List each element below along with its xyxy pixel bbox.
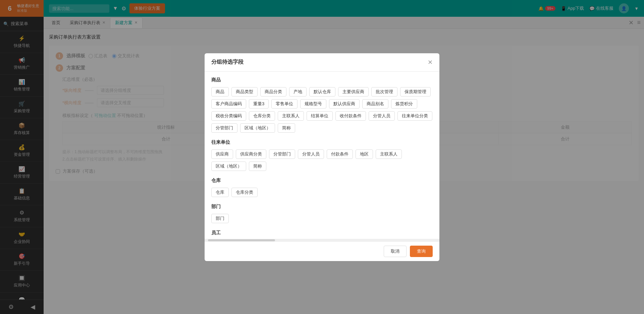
field-tag[interactable]: 收付款条件 bbox=[335, 111, 366, 121]
field-tag[interactable]: 仓库分类 bbox=[231, 188, 258, 197]
field-tag[interactable]: 默认仓库 bbox=[309, 87, 335, 97]
page-content: 采购订单执行表方案设置 1 选择模板 汇总表 交叉统计表 bbox=[44, 29, 644, 314]
field-tag[interactable]: 地区 bbox=[356, 149, 373, 159]
field-tag[interactable]: 往来单位分类 bbox=[397, 111, 432, 121]
field-group-goods: 商品 商品 商品类型 商品分类 产地 默认仓库 主要供应商 批次管理 保质期管理 bbox=[211, 77, 433, 133]
field-tag[interactable]: 结算单位 bbox=[307, 111, 333, 121]
modal-body[interactable]: 商品 商品 商品类型 商品分类 产地 默认仓库 主要供应商 批次管理 保质期管理 bbox=[205, 72, 439, 239]
field-tags-department: 部门 bbox=[211, 214, 433, 223]
field-tag[interactable]: 商品别名 bbox=[362, 99, 388, 109]
field-tag[interactable]: 分管部门 bbox=[211, 123, 237, 133]
modal: 分组待选字段 ✕ 商品 商品 商品类型 商品分类 产地 默认仓 bbox=[205, 53, 439, 261]
field-tag[interactable]: 产地 bbox=[289, 87, 307, 97]
field-group-department: 部门 部门 bbox=[211, 204, 433, 223]
field-tag[interactable]: 批次管理 bbox=[371, 87, 397, 97]
group-title-partner: 往来单位 bbox=[211, 139, 433, 145]
field-tag[interactable]: 税收分类编码 bbox=[211, 111, 246, 121]
confirm-button[interactable]: 查询 bbox=[410, 246, 433, 257]
modal-close-btn[interactable]: ✕ bbox=[428, 59, 433, 66]
cancel-button[interactable]: 取消 bbox=[384, 246, 407, 257]
field-tag[interactable]: 区域（地区） bbox=[240, 123, 275, 133]
field-tag[interactable]: 分管人员 bbox=[369, 111, 395, 121]
group-title-warehouse: 仓库 bbox=[211, 178, 433, 184]
field-tag[interactable]: 主要供应商 bbox=[338, 87, 369, 97]
field-tag[interactable]: 供应商分类 bbox=[236, 149, 266, 159]
main: ▼ ⚙ 体验行业方案 🔔 99+ 📱 App下载 💬 在线客服 👤 ▼ bbox=[44, 0, 644, 314]
field-tag[interactable]: 区域（地区） bbox=[211, 162, 246, 171]
modal-overlay: 分组待选字段 ✕ 商品 商品 商品类型 商品分类 产地 默认仓 bbox=[44, 29, 644, 314]
field-tag[interactable]: 部门 bbox=[211, 214, 229, 223]
group-title-department: 部门 bbox=[211, 204, 433, 210]
field-tag[interactable]: 商品分类 bbox=[260, 87, 286, 97]
field-tag[interactable]: 保质期管理 bbox=[400, 87, 431, 97]
field-tag[interactable]: 主联系人 bbox=[278, 111, 304, 121]
field-tag[interactable]: 简称 bbox=[278, 123, 295, 133]
field-tag[interactable]: 仓库 bbox=[211, 188, 229, 197]
field-tag[interactable]: 仓库分类 bbox=[249, 111, 275, 121]
field-tag[interactable]: 简称 bbox=[249, 162, 266, 171]
field-tags-partner: 供应商 供应商分类 分管部门 分管人员 付款条件 地区 主联系人 区域（地区） … bbox=[211, 149, 433, 171]
field-tag[interactable]: 零售单位 bbox=[271, 99, 298, 109]
field-tag[interactable]: 默认供应商 bbox=[329, 99, 360, 109]
group-title-employee: 员工 bbox=[211, 230, 433, 236]
field-tag[interactable]: 重量3 bbox=[249, 99, 269, 109]
field-tag[interactable]: 客户商品编码 bbox=[211, 99, 246, 109]
field-tag[interactable]: 付款条件 bbox=[327, 149, 353, 159]
field-tags-goods: 商品 商品类型 商品分类 产地 默认仓库 主要供应商 批次管理 保质期管理 客户… bbox=[211, 87, 433, 133]
modal-hscrollbar[interactable] bbox=[205, 239, 439, 241]
field-tag[interactable]: 供应商 bbox=[211, 149, 233, 159]
field-tag[interactable]: 分管人员 bbox=[298, 149, 324, 159]
field-tag[interactable]: 规格型号 bbox=[300, 99, 326, 109]
field-tag[interactable]: 主联系人 bbox=[376, 149, 402, 159]
field-tag[interactable]: 商品类型 bbox=[231, 87, 258, 97]
field-tags-warehouse: 仓库 仓库分类 bbox=[211, 188, 433, 197]
field-group-partner: 往来单位 供应商 供应商分类 分管部门 分管人员 付款条件 地区 主联系人 区域… bbox=[211, 139, 433, 171]
field-tag[interactable]: 分管部门 bbox=[269, 149, 295, 159]
field-group-employee: 员工 业务员 bbox=[211, 230, 433, 239]
field-group-warehouse: 仓库 仓库 仓库分类 bbox=[211, 178, 433, 197]
modal-title: 分组待选字段 bbox=[211, 59, 244, 66]
modal-footer: 取消 查询 bbox=[205, 241, 439, 261]
group-title-goods: 商品 bbox=[211, 77, 433, 83]
modal-header: 分组待选字段 ✕ bbox=[205, 53, 439, 72]
field-tag[interactable]: 炼货积分 bbox=[391, 99, 417, 109]
field-tag[interactable]: 商品 bbox=[211, 87, 229, 97]
